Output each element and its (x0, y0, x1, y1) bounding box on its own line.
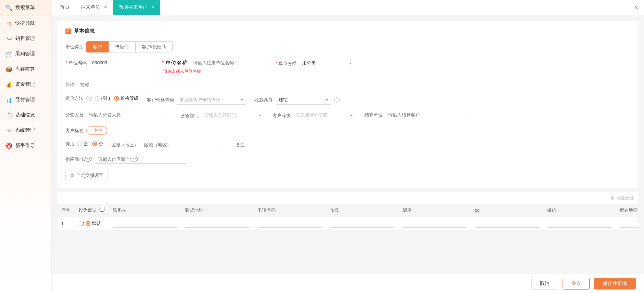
table-toolbar: 🗑 批量删除 (57, 192, 638, 204)
settlement-more-btn[interactable]: ··· (465, 112, 471, 118)
sidebar-item-label: 快捷导航 (15, 20, 35, 26)
level-radio-circle (114, 96, 119, 101)
row-default-radio-circle (86, 221, 91, 226)
abbreviation-input[interactable] (77, 81, 154, 89)
pricing-row: 定价方法 ? 折扣 价格等级 客户价格等级 (65, 95, 630, 105)
inventory-icon: 📦 (6, 66, 13, 73)
batch-delete-btn[interactable]: 🗑 批量删除 (610, 195, 634, 201)
sidebar-item-operations[interactable]: 📊 经营管理 (0, 92, 51, 107)
supervisor-more-btn[interactable]: ··· (166, 112, 172, 118)
select-all-checkbox[interactable] (100, 207, 104, 212)
custom-settings-row: ⚙ 自定义项设置 (65, 170, 630, 181)
payment-terms-select[interactable]: 现结 ▼ (276, 95, 331, 105)
customer-level-label: 客户等级 (273, 113, 291, 119)
sidebar-item-label: 库存核算 (15, 66, 35, 72)
sidebar-item-label: 搜索菜单 (15, 5, 35, 11)
unit-name-input[interactable] (190, 59, 267, 67)
sidebar-item-label: 经营管理 (15, 97, 35, 103)
contact-table: 序号 设为默认 联系人 到货地址 电话号码 传真 邮箱 qq 微信 所在地区 (57, 204, 638, 231)
unit-category-select[interactable]: 未分类 ▼ (299, 59, 355, 68)
discount-radio-circle (95, 96, 100, 101)
sidebar-item-purchase[interactable]: 🛒 采购管理 (0, 46, 51, 62)
tab-unit-list[interactable]: 往来单位 ✕ (75, 0, 113, 15)
sidebar-item-search[interactable]: 🔍 搜索菜单 (0, 0, 51, 16)
row-phone-input[interactable] (258, 219, 322, 228)
save-add-button[interactable]: 保存并新增 (594, 278, 636, 290)
dept-chevron: ▼ (258, 114, 261, 117)
tab-unit-add-close[interactable]: ✕ (151, 5, 155, 10)
supervisor-input[interactable] (86, 111, 163, 119)
batch-delete-icon: 🗑 (610, 196, 615, 201)
customer-price-level-field: 客户价格等级 请选择客户价格等级 ▼ (147, 95, 246, 105)
table-header-row: 序号 设为默认 联系人 到货地址 电话号码 传真 邮箱 qq 微信 所在地区 (57, 204, 638, 217)
customer-price-level-placeholder: 请选择客户价格等级 (180, 97, 220, 103)
row-qq-input[interactable] (475, 219, 539, 228)
row-address (181, 217, 253, 231)
col-address: 到货地址 (181, 204, 253, 217)
sidebar-item-label: 采购管理 (15, 51, 35, 57)
unit-type-group: 客户 供应商 客户/供应商 (86, 41, 173, 52)
disabled-yes[interactable]: 是 (77, 141, 88, 147)
remark-input[interactable] (248, 141, 324, 149)
sidebar-item-basic[interactable]: 📋 基础信息 (0, 107, 51, 123)
save-button[interactable]: 保存 (563, 278, 590, 290)
row-checkbox[interactable] (79, 221, 84, 226)
unit-category-value: 未分类 (302, 60, 316, 66)
payment-help-icon[interactable]: ? (334, 97, 340, 103)
pricing-radio-level[interactable]: 价格等级 (114, 95, 139, 101)
cancel-button[interactable]: 取消 (531, 278, 558, 290)
supervisor-dept-field: 分管部门 请输入分管部门 ▼ (181, 111, 264, 120)
operations-icon: 📊 (6, 96, 13, 103)
sidebar-item-quick-nav[interactable]: ⊙ 快捷导航 (0, 16, 51, 31)
region-input[interactable] (141, 141, 218, 149)
sidebar: 🔍 搜索菜单 ⊙ 快捷导航 🏷 销售管理 🛒 采购管理 📦 库存核算 💰 资金管… (0, 0, 52, 293)
tab-home-label: 首页 (60, 4, 70, 10)
unit-type-supplier-btn[interactable]: 供应商 (109, 41, 135, 52)
disabled-no[interactable]: 否 (92, 141, 103, 147)
supervisor-field: 分管人员 ··· (65, 111, 172, 119)
tab-unit-add[interactable]: 新增往来单位 ✕ (113, 0, 160, 15)
customer-price-level-select[interactable]: 请选择客户价格等级 ▼ (177, 95, 246, 105)
row-email-input[interactable] (402, 219, 466, 228)
row-default-cell: 默认 (74, 217, 109, 231)
add-tag-btn[interactable]: + 标签 (86, 127, 107, 135)
row-fax-input[interactable] (330, 219, 394, 228)
supplier-custom-input[interactable] (95, 155, 186, 164)
unit-type-customer-btn[interactable]: 客户 (86, 41, 109, 52)
col-index: 序号 (57, 204, 74, 217)
customer-level-select[interactable]: 请选择客户等级 ▼ (293, 111, 356, 120)
sidebar-item-guide[interactable]: 🎯 新手引导 (0, 138, 51, 153)
unit-code-input[interactable] (89, 59, 154, 67)
row-region-input[interactable] (620, 219, 638, 228)
row-address-input[interactable] (185, 219, 249, 228)
sales-icon: 🏷 (6, 35, 13, 42)
disabled-yes-circle (77, 141, 82, 146)
row-contact-input[interactable] (113, 219, 177, 228)
col-email: 邮箱 (398, 204, 471, 217)
tab-unit-add-label: 新增往来单位 (118, 4, 148, 10)
payment-terms-label: 收款条件 (255, 97, 273, 103)
customer-tag-label: 客户标签 (65, 128, 84, 134)
supervisor-label: 分管人员 (65, 112, 84, 118)
unit-type-both-btn[interactable]: 客户/供应商 (135, 41, 173, 52)
finance-icon: 💰 (6, 81, 13, 88)
sidebar-item-inventory[interactable]: 📦 库存核算 (0, 62, 51, 77)
settlement-unit-input[interactable] (385, 111, 462, 119)
row-wechat-input[interactable] (547, 219, 611, 228)
tab-unit-list-close[interactable]: ✕ (104, 5, 107, 10)
sidebar-item-finance[interactable]: 💰 资金管理 (0, 77, 51, 92)
region-more-btn[interactable]: ··· (221, 142, 227, 148)
window-close-button[interactable]: ✕ (631, 3, 641, 12)
supervisor-dept-select[interactable]: 请输入分管部门 ▼ (202, 111, 264, 120)
unit-category-label: * 单位分类 (275, 60, 297, 67)
abbreviation-field: 简称 (65, 81, 154, 89)
unit-name-inner: * 单位名称 (162, 59, 267, 67)
tab-home[interactable]: 首页 (54, 0, 75, 15)
custom-settings-btn[interactable]: ⚙ 自定义项设置 (65, 170, 108, 181)
row-default-radio[interactable]: 默认 (86, 220, 101, 227)
purchase-icon: 🛒 (6, 50, 13, 57)
pricing-radio-discount[interactable]: 折扣 (95, 95, 110, 101)
sidebar-item-system[interactable]: ⚙ 系统管理 (0, 123, 51, 138)
sidebar-item-sales[interactable]: 🏷 销售管理 (0, 31, 51, 46)
pricing-help-icon[interactable]: ? (86, 96, 92, 101)
